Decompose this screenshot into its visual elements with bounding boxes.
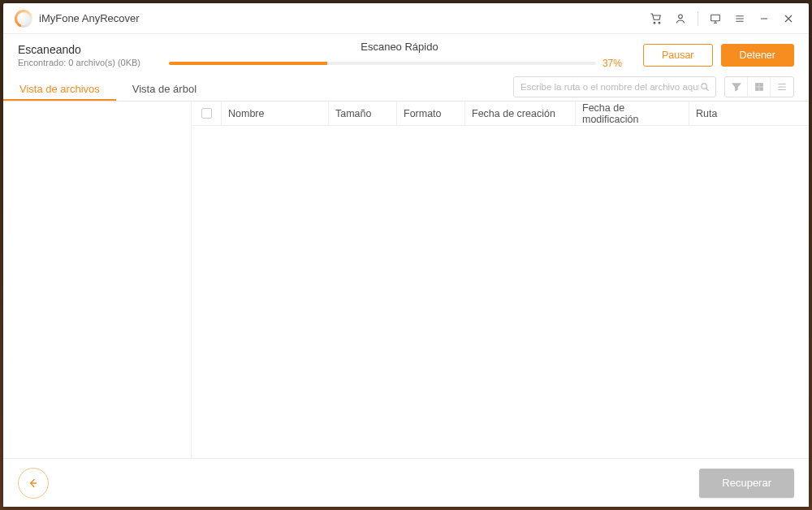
scan-mode-title: Escaneo Rápido bbox=[361, 41, 438, 53]
pause-button[interactable]: Pausar bbox=[643, 44, 713, 67]
titlebar: iMyFone AnyRecover bbox=[3, 3, 809, 34]
table-header: Nombre Tamaño Formato Fecha de creación … bbox=[192, 102, 809, 126]
stop-button[interactable]: Detener bbox=[721, 44, 794, 67]
svg-rect-6 bbox=[759, 83, 762, 86]
search-input[interactable] bbox=[520, 82, 699, 92]
svg-rect-7 bbox=[755, 88, 758, 91]
progress-bar bbox=[169, 62, 596, 65]
view-tabs: Vista de archivos Vista de árbol bbox=[3, 79, 213, 101]
search-icon bbox=[699, 81, 710, 93]
th-name[interactable]: Nombre bbox=[221, 102, 328, 125]
toolbar-row: Vista de archivos Vista de árbol bbox=[3, 72, 809, 102]
svg-point-1 bbox=[659, 22, 660, 24]
th-format[interactable]: Formato bbox=[396, 102, 464, 125]
filter-icon[interactable] bbox=[725, 77, 748, 97]
content-area: Nombre Tamaño Formato Fecha de creación … bbox=[3, 102, 809, 458]
app-logo-icon bbox=[15, 10, 32, 28]
search-box[interactable] bbox=[513, 76, 716, 97]
menu-icon[interactable] bbox=[728, 6, 752, 31]
th-size[interactable]: Tamaño bbox=[328, 102, 396, 125]
cart-icon[interactable] bbox=[644, 6, 668, 31]
close-icon[interactable] bbox=[776, 6, 801, 31]
th-path[interactable]: Ruta bbox=[689, 102, 809, 125]
svg-point-4 bbox=[702, 84, 706, 89]
svg-rect-3 bbox=[711, 15, 720, 20]
arrow-left-icon bbox=[27, 477, 40, 490]
app-window: iMyFone AnyRecover bbox=[3, 3, 809, 507]
grid-view-icon[interactable] bbox=[748, 77, 771, 97]
view-toggles bbox=[724, 76, 794, 97]
titlebar-actions bbox=[644, 6, 801, 31]
th-checkbox[interactable] bbox=[192, 108, 221, 119]
sidebar bbox=[3, 102, 192, 458]
main-area: Nombre Tamaño Formato Fecha de creación … bbox=[192, 102, 809, 458]
recover-button[interactable]: Recuperar bbox=[699, 469, 794, 498]
tab-file-view[interactable]: Vista de archivos bbox=[3, 79, 116, 101]
scan-status-row: Escaneando Encontrado: 0 archivo(s) (0KB… bbox=[3, 34, 809, 72]
progress-fill bbox=[169, 62, 327, 65]
scan-found-label: Encontrado: 0 archivo(s) (0KB) bbox=[18, 58, 156, 67]
th-modified[interactable]: Fecha de modificación bbox=[575, 102, 689, 125]
svg-point-2 bbox=[679, 15, 683, 19]
minimize-icon[interactable] bbox=[752, 6, 776, 31]
th-created[interactable]: Fecha de creación bbox=[464, 102, 575, 125]
svg-rect-8 bbox=[759, 88, 762, 91]
progress-percent: 37% bbox=[603, 58, 630, 69]
footer: Recuperar bbox=[3, 458, 809, 507]
scan-status-label: Escaneando bbox=[18, 43, 156, 56]
back-button[interactable] bbox=[18, 468, 49, 499]
tab-tree-view[interactable]: Vista de árbol bbox=[116, 79, 213, 101]
list-view-icon[interactable] bbox=[771, 77, 793, 97]
scan-progress: 37% bbox=[169, 58, 630, 69]
svg-point-0 bbox=[654, 22, 655, 24]
table-body bbox=[192, 126, 809, 458]
user-icon[interactable] bbox=[668, 6, 693, 31]
feedback-icon[interactable] bbox=[703, 6, 728, 31]
titlebar-divider bbox=[698, 11, 698, 26]
app-title: iMyFone AnyRecover bbox=[39, 12, 140, 24]
svg-rect-5 bbox=[755, 83, 758, 86]
